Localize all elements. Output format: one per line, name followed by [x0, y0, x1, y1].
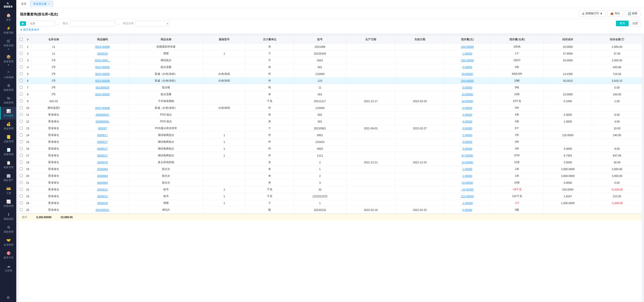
qty-main-link[interactable]: 100.00000: [461, 59, 474, 62]
qty-main-link[interactable]: 10.00000: [462, 100, 473, 103]
qty-main-link[interactable]: 0.00000: [462, 86, 472, 89]
row-checkbox[interactable]: [18, 77, 24, 84]
goods-code-link[interactable]: 000900001: [96, 120, 109, 123]
row-checkbox[interactable]: [18, 105, 24, 111]
refresh-button[interactable]: 🔄 刷新: [625, 11, 640, 17]
goods-code-link[interactable]: 001000031: [96, 208, 109, 212]
row-checkbox[interactable]: [18, 50, 24, 57]
search-button[interactable]: 查询: [616, 21, 628, 26]
sidebar-item-quick-nav[interactable]: ⚡ 快捷导航: [0, 24, 16, 37]
sidebar-item-asset[interactable]: 💰 资金管理: [0, 120, 16, 132]
row-checkbox[interactable]: [18, 98, 24, 105]
qty-main-link[interactable]: 1.00000: [462, 175, 472, 178]
goods-code-link[interactable]: 0023-00005: [95, 93, 110, 96]
row-checkbox[interactable]: [18, 180, 24, 186]
goods-code-link[interactable]: 0000029: [97, 202, 108, 205]
qty-main-link[interactable]: 10.00000: [462, 93, 473, 96]
row-checkbox[interactable]: [18, 186, 24, 193]
select-all-checkbox[interactable]: [20, 38, 22, 41]
goods-input[interactable]: [70, 21, 115, 27]
goods-code-link[interactable]: 0000017: [97, 140, 108, 144]
row-checkbox[interactable]: [18, 207, 24, 213]
tab-home[interactable]: 首页: [18, 1, 30, 7]
row-checkbox[interactable]: [18, 173, 24, 180]
goods-code-link[interactable]: 0000017: [97, 134, 108, 137]
goods-code-link[interactable]: 0000012: [97, 195, 108, 198]
qty-main-link[interactable]: 3.00000: [462, 147, 472, 150]
qty-main-link[interactable]: 0.00000: [462, 127, 472, 130]
goods-code-link[interactable]: 0023-00009: [95, 45, 110, 49]
qty-main-link[interactable]: 122.00000: [461, 195, 474, 198]
goods-code-link[interactable]: 0000078: [97, 161, 108, 164]
expand-conditions-button[interactable]: ▼ 展开更多条件: [20, 28, 39, 32]
sidebar-item-retail[interactable]: 🛒 零售管理 ▼: [0, 37, 16, 53]
sidebar-settings-button[interactable]: ⚙: [0, 293, 16, 302]
sidebar-item-payroll[interactable]: 💳 工资: [0, 184, 16, 197]
qty-main-link[interactable]: 10.00000: [462, 161, 473, 164]
goods-code-link[interactable]: 0023-00008: [95, 106, 110, 110]
sidebar-item-purchase[interactable]: 🛍 采购管理: [0, 94, 16, 107]
goods-code-link[interactable]: 0000084: [97, 181, 108, 184]
row-checkbox[interactable]: [18, 125, 24, 132]
row-checkbox[interactable]: [18, 111, 24, 118]
qty-main-link[interactable]: 0.00000: [462, 66, 472, 69]
row-checkbox[interactable]: [18, 91, 24, 98]
goods-code-link[interactable]: 000097: [98, 127, 107, 130]
sidebar-search[interactable]: 🔍 搜索菜单: [0, 0, 16, 11]
qty-main-link[interactable]: 49.60000: [462, 73, 473, 76]
sidebar-item-inventory[interactable]: 📊 库存核算: [0, 107, 16, 120]
row-checkbox[interactable]: [18, 57, 24, 64]
tab-close-button[interactable]: ✕: [48, 3, 50, 5]
goods-code-link[interactable]: 0000017: [97, 154, 108, 157]
row-checkbox[interactable]: [18, 118, 24, 125]
sidebar-item-ecommerce[interactable]: 🖥 电商管理: [0, 81, 16, 94]
row-checkbox[interactable]: [18, 139, 24, 145]
export-button[interactable]: 📤 导出: [607, 11, 623, 17]
qty-main-link[interactable]: 0.00000: [462, 208, 472, 212]
qty-main-link[interactable]: 4.00000: [462, 113, 472, 116]
sidebar-item-tax[interactable]: 📋 税务管理: [0, 158, 16, 171]
goods-code-link[interactable]: 0000012: [97, 188, 108, 191]
sidebar-item-collab[interactable]: 🤝 企业协同: [0, 236, 16, 249]
print-button[interactable]: 🖨 按模板打印 ▼: [579, 11, 606, 17]
category-input[interactable]: [136, 21, 170, 27]
row-checkbox[interactable]: [18, 84, 24, 91]
row-checkbox[interactable]: [18, 152, 24, 159]
row-checkbox[interactable]: [18, 64, 24, 71]
qty-main-link[interactable]: 2.00000: [462, 134, 472, 137]
sidebar-item-general[interactable]: 📒 总账管理: [0, 132, 16, 145]
qty-main-link[interactable]: -16.00000: [461, 188, 474, 191]
qty-main-link[interactable]: 100.00000: [461, 79, 474, 82]
goods-code-link[interactable]: 0023-00005: [95, 66, 110, 69]
row-checkbox[interactable]: [18, 200, 24, 207]
qty-main-link[interactable]: 0.00000: [462, 140, 472, 144]
qty-main-link[interactable]: 1.00000: [462, 52, 472, 55]
goods-code-link[interactable]: 001000026: [96, 86, 109, 89]
row-checkbox[interactable]: [18, 193, 24, 200]
sidebar-item-mini-shop[interactable]: 📱 小程电商: [0, 68, 16, 81]
qty-main-link[interactable]: -1.00000: [462, 202, 472, 205]
row-checkbox[interactable]: [18, 71, 24, 77]
goods-code-link[interactable]: 000900001: [96, 113, 109, 116]
sidebar-item-newbie[interactable]: 🎯 新手引导: [0, 249, 16, 262]
sidebar-item-operations[interactable]: 📈 经营管理: [0, 197, 16, 210]
sidebar-item-home[interactable]: 🏠 首页: [0, 11, 16, 24]
sidebar-item-wholesale[interactable]: 📦 批发管理 ▼: [0, 53, 16, 68]
qty-main-link[interactable]: 0.00000: [462, 106, 472, 110]
goods-code-link[interactable]: 0000084: [97, 175, 108, 178]
goods-code-link[interactable]: 0000029: [97, 52, 108, 55]
goods-code-link[interactable]: 0000017: [97, 147, 108, 150]
goods-code-link[interactable]: 0023-0000...: [95, 59, 110, 62]
qty-main-link[interactable]: 1.00000: [462, 168, 472, 171]
qty-main-link[interactable]: 100.00000: [461, 45, 474, 49]
sidebar-item-invoice[interactable]: 🧾 发票管理: [0, 145, 16, 158]
qty-main-link[interactable]: 4.00000: [462, 120, 472, 123]
sidebar-item-fixed[interactable]: 🏢 固定资产: [0, 171, 16, 184]
goods-code-link[interactable]: 0023-00005: [95, 73, 110, 76]
filter-toggle-button[interactable]: ▶: [20, 21, 26, 26]
tab-inventory-batch[interactable]: 库存批次量 ✕: [30, 1, 53, 7]
row-checkbox[interactable]: [18, 44, 24, 50]
qty-main-link[interactable]: 10.00000: [462, 181, 473, 184]
column-settings-button[interactable]: 设置: [630, 20, 640, 27]
goods-code-link[interactable]: 0023-00008: [95, 79, 110, 82]
